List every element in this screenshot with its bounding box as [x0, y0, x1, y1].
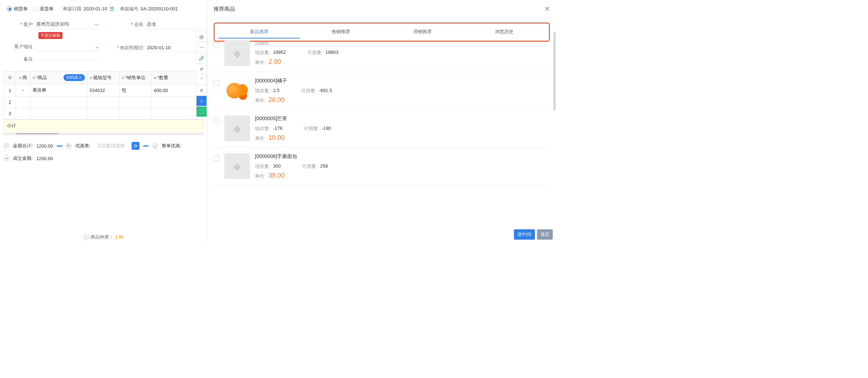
doc-no-value: SA-20200110-001 — [141, 6, 178, 12]
price-label: 单价: — [255, 173, 266, 179]
price-value: 10.00 — [269, 134, 285, 142]
calendar-icon[interactable]: ☰ — [109, 6, 114, 12]
discount-icon: ◎ — [152, 143, 158, 149]
recommend-list: ◆ 250ml 现存量:19952 可用量:19903 单价:2.00 [000… — [207, 40, 556, 242]
sort-icon[interactable]: ◆ — [122, 76, 124, 80]
warehouse-input[interactable]: 总仓 — [146, 20, 203, 29]
item-checkbox[interactable] — [214, 155, 219, 161]
period-badge: 不固定账期 — [39, 32, 62, 39]
item-name: 250ml — [255, 40, 550, 46]
line-items-table: ⚙ ◆商 ◆* 商品扫码录入 ◆规格型号 ◆* 销售单位 ◆* 数量 1 ✦ 果… — [4, 71, 203, 135]
list-item: [0000004]橘子 现存量:2.5 可用量:-681.5 单价:28.00 — [214, 72, 550, 110]
vertical-scrollbar[interactable] — [553, 32, 556, 111]
table-row[interactable]: 1 ✦ 果倍爽 534532 包 400.00 — [4, 84, 203, 97]
list-item: ◆ [0000005]芒果 现存量:-178 可用量:-190 单价:10.00 — [214, 110, 550, 148]
yen-icon: ¥ — [4, 143, 9, 149]
horizontal-scrollbar[interactable] — [4, 133, 203, 135]
price-value: 2.00 — [269, 58, 281, 66]
sort-icon[interactable]: ◆ — [154, 76, 157, 80]
tab-sale[interactable]: 销货单 — [7, 6, 28, 12]
item-name: [0000004]橘子 — [255, 78, 550, 84]
warehouse-value: 总仓 — [147, 21, 156, 27]
close-icon[interactable]: ✕ — [545, 5, 550, 13]
item-checkbox[interactable] — [214, 118, 219, 123]
row-index: 3 — [4, 108, 16, 119]
kind-label: 商品种类： — [91, 234, 114, 240]
col-product: 商品 — [38, 75, 47, 81]
chevron-down-icon[interactable]: ⌄ — [95, 44, 99, 49]
tab-new-recommend[interactable]: 新品推荐 — [218, 26, 300, 39]
expand-icon[interactable]: ⛶ — [196, 106, 207, 117]
collapse-icon[interactable]: ⌃ — [196, 74, 207, 85]
link-icon[interactable]: 🔗 — [196, 53, 207, 63]
scan-button[interactable]: 扫码录入 — [63, 74, 85, 81]
amount-label: 金额合计: — [13, 143, 33, 149]
product-thumb: ◆ — [224, 116, 250, 141]
sort-icon[interactable]: ◆ — [19, 76, 22, 80]
item-checkbox[interactable] — [214, 42, 219, 48]
product-thumb: ◆ — [224, 40, 250, 66]
side-toolbar: ▤ 〰 🔗 ⇄ ⌃ ¥ ☆ ⛶ — [196, 31, 207, 117]
tab-slow-recommend[interactable]: 滞销推荐 — [382, 26, 464, 39]
stock-value: 19952 — [273, 50, 286, 56]
coupon-icon: 券 — [66, 143, 72, 149]
avail-label: 可用量: — [304, 126, 319, 132]
product-thumb — [224, 78, 250, 103]
kind-icon: ≡ — [83, 234, 89, 240]
address-input[interactable]: ⌄ — [36, 42, 100, 51]
price-value: 28.00 — [269, 96, 285, 104]
tab-return[interactable]: 退货单 — [33, 6, 53, 12]
deal-icon: ◈ — [4, 155, 9, 161]
due-date-input[interactable]: 2020-01-10 — [146, 44, 203, 52]
stock-label: 现存量: — [255, 126, 270, 132]
cell-product[interactable]: 果倍爽 — [30, 84, 87, 96]
avail-label: 可用量: — [302, 163, 317, 170]
stock-value: 2.5 — [273, 88, 280, 94]
price-label: 单价: — [255, 135, 266, 142]
price-label: 单价: — [255, 97, 266, 104]
doc-date-value[interactable]: 2020-01-10 — [83, 6, 107, 12]
table-row[interactable]: 2 — [4, 97, 203, 108]
due-date-value: 2020-01-10 — [147, 45, 171, 50]
chart-icon[interactable]: 〰 — [196, 42, 207, 53]
tab-hot-recommend[interactable]: 热销推荐 — [300, 26, 382, 39]
sort-icon[interactable]: ◆ — [90, 76, 92, 80]
swap-icon[interactable]: ⇄ — [196, 63, 207, 74]
avail-label: 可用量: — [301, 88, 316, 94]
doc-icon[interactable]: ▤ — [196, 31, 207, 42]
cell-qty[interactable]: 400.00 — [152, 84, 173, 96]
selected-button[interactable]: 选中(0) — [514, 229, 535, 240]
col-spec: 规格型号 — [93, 75, 112, 81]
stock-label: 现存量: — [255, 163, 270, 170]
col-qty: 数量 — [159, 75, 168, 81]
recommend-tabs: 新品推荐 热销推荐 滞销推荐 浏览历史 — [214, 22, 550, 42]
tab-sale-label: 销货单 — [14, 6, 28, 12]
tab-browse-history[interactable]: 浏览历史 — [464, 26, 545, 39]
gear-icon[interactable]: ⚙ — [8, 75, 12, 80]
remark-input[interactable] — [36, 58, 100, 61]
stock-value: -178 — [273, 126, 282, 132]
price-label: 单价: — [255, 59, 266, 66]
stock-label: 现存量: — [255, 88, 270, 94]
cell-spec[interactable]: 534532 — [87, 84, 119, 96]
deal-label: 成交金额: — [13, 155, 33, 162]
avail-label: 可用量: — [307, 50, 323, 56]
back-button[interactable]: 返回 — [537, 229, 553, 240]
table-row[interactable]: 3 — [4, 108, 203, 119]
deal-value: 1200.00 — [36, 156, 53, 161]
sort-icon[interactable]: ◆ — [32, 76, 35, 80]
star-icon[interactable]: ☆ — [196, 96, 207, 106]
row-index: 2 — [4, 97, 16, 108]
col-item-img: 商 — [22, 75, 27, 81]
refresh-icon[interactable]: ⟳ — [132, 142, 139, 150]
customer-input[interactable]: 苏州万达沃尔玛 ··· — [36, 20, 100, 29]
currency-icon[interactable]: ¥ — [196, 85, 207, 96]
minus-icon — [143, 145, 149, 147]
col-unit: 销售单位 — [127, 75, 145, 81]
coupon-input[interactable]: 无匹配优惠券 — [94, 141, 128, 151]
remark-label: 备注 — [4, 56, 36, 62]
cell-unit[interactable]: 包 — [119, 84, 152, 96]
ellipsis-icon[interactable]: ··· — [94, 22, 99, 27]
item-checkbox[interactable] — [214, 80, 219, 86]
avail-value: -681.5 — [319, 88, 332, 94]
